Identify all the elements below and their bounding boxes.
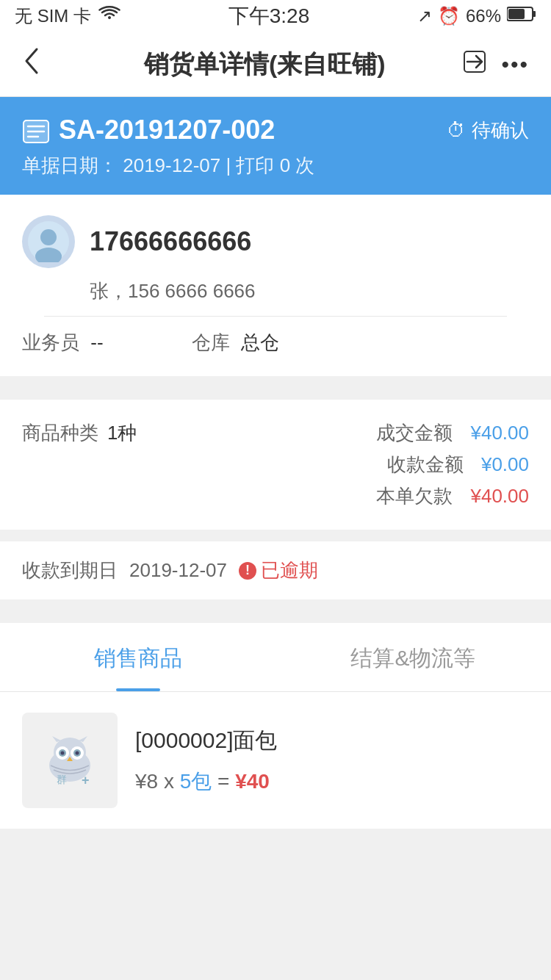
more-icon[interactable]: ••• — [501, 52, 529, 77]
tab-underline — [116, 688, 160, 691]
sales-value: -- — [90, 331, 103, 353]
overdue-dot: ! — [239, 562, 256, 580]
order-date: 2019-12-07 — [123, 154, 220, 176]
back-button[interactable] — [22, 46, 66, 82]
nav-bar: 销货单详情(来自旺铺) ••• — [0, 32, 551, 97]
clock-icon: ⏱ — [447, 119, 466, 142]
empty-area — [0, 829, 551, 980]
price-qty: ¥8 x — [135, 770, 180, 793]
product-list: + 群 [0000002]面包 ¥8 x 5包 = ¥40 — [0, 692, 551, 829]
debt-label: 本单欠款 — [376, 483, 453, 509]
product-thumbnail: + 群 — [22, 713, 118, 808]
svg-rect-1 — [533, 11, 536, 17]
product-info: [0000002]面包 ¥8 x 5包 = ¥40 — [135, 726, 529, 796]
order-id: SA-20191207-002 — [22, 115, 275, 145]
page-title: 销货单详情(来自旺铺) — [66, 48, 463, 82]
overdue-text: 已逾期 — [261, 558, 318, 583]
share-icon[interactable] — [463, 50, 486, 79]
receipt-amount-row: 收款金额 ¥0.00 — [387, 452, 529, 478]
svg-rect-2 — [508, 9, 525, 19]
order-icon — [22, 115, 50, 145]
summary-card: 商品种类 1种 成交金额 ¥40.00 收款金额 ¥0.00 本单欠款 ¥40.… — [0, 400, 551, 530]
deal-amount-row: 成交金额 ¥40.00 — [376, 420, 529, 446]
receipt-amount: ¥0.00 — [481, 453, 529, 476]
price-total: ¥40 — [235, 770, 270, 793]
tab-settlement[interactable]: 结算&物流等 — [276, 623, 551, 691]
tabs-bar: 销售商品 结算&物流等 — [0, 623, 551, 692]
section-divider-2 — [0, 530, 551, 541]
status-bar-right: ↗ ⏰ 66% — [417, 6, 536, 26]
tab-products[interactable]: 销售商品 — [0, 623, 276, 691]
price-highlight: 5包 — [180, 770, 212, 793]
svg-point-20 — [76, 752, 79, 755]
section-divider-3 — [0, 599, 551, 611]
svg-text:+: + — [82, 773, 90, 786]
customer-meta: 业务员 -- 仓库 总仓 — [22, 317, 529, 356]
no-sim-text: 无 SIM 卡 — [15, 4, 91, 28]
order-header: SA-20191207-002 ⏱ 待确认 单据日期： 2019-12-07 |… — [0, 97, 551, 195]
overdue-badge: ! 已逾期 — [239, 558, 318, 583]
due-date-value: 2019-12-07 — [129, 559, 227, 582]
svg-text:群: 群 — [57, 774, 67, 785]
deal-amount: ¥40.00 — [470, 422, 529, 444]
wifi-icon — [98, 6, 120, 26]
print-text: 打印 0 次 — [236, 154, 314, 176]
nav-actions: ••• — [463, 50, 529, 79]
status-bar-left: 无 SIM 卡 — [15, 4, 120, 28]
receipt-label: 收款金额 — [387, 452, 464, 478]
location-icon: ↗ — [417, 6, 432, 26]
date-separator: | — [226, 154, 236, 176]
avatar — [22, 215, 75, 268]
status-bar: 无 SIM 卡 下午3:28 ↗ ⏰ 66% — [0, 0, 551, 32]
deal-label: 成交金额 — [376, 420, 453, 446]
product-price-formula: ¥8 x 5包 = ¥40 — [135, 768, 529, 796]
order-status: ⏱ 待确认 — [447, 118, 529, 143]
product-count-row: 商品种类 1种 — [22, 420, 239, 446]
due-date-label: 收款到期日 — [22, 558, 118, 583]
warehouse-meta: 仓库 总仓 — [192, 330, 279, 356]
amounts: 成交金额 ¥40.00 收款金额 ¥0.00 本单欠款 ¥40.00 — [268, 420, 529, 509]
svg-point-9 — [40, 229, 57, 245]
product-count-value: 1种 — [107, 420, 137, 446]
warehouse-value: 总仓 — [241, 331, 279, 353]
battery-icon — [507, 6, 536, 26]
debt-amount: ¥40.00 — [470, 485, 529, 508]
status-bar-time: 下午3:28 — [228, 2, 310, 30]
battery-text: 66% — [466, 6, 501, 26]
alarm-icon: ⏰ — [438, 6, 460, 26]
customer-phone: 17666666666 — [90, 226, 251, 257]
svg-point-19 — [61, 752, 65, 755]
sales-meta: 业务员 -- — [22, 330, 104, 356]
status-text: 待确认 — [472, 118, 529, 143]
order-number: SA-20191207-002 — [59, 115, 275, 145]
date-label: 单据日期： — [22, 154, 118, 176]
table-row: + 群 [0000002]面包 ¥8 x 5包 = ¥40 — [0, 692, 551, 829]
section-divider-1 — [0, 388, 551, 400]
sales-label: 业务员 — [22, 331, 79, 353]
debt-amount-row: 本单欠款 ¥40.00 — [376, 483, 529, 509]
due-date-card: 收款到期日 2019-12-07 ! 已逾期 — [0, 541, 551, 599]
product-count-label: 商品种类 — [22, 420, 98, 446]
customer-card: 17666666666 张，156 6666 6666 业务员 -- 仓库 总仓 — [0, 195, 551, 376]
product-name: [0000002]面包 — [135, 726, 529, 756]
order-date-line: 单据日期： 2019-12-07 | 打印 0 次 — [22, 153, 529, 179]
customer-name-phone: 张，156 6666 6666 — [22, 278, 529, 304]
warehouse-label: 仓库 — [192, 331, 230, 353]
